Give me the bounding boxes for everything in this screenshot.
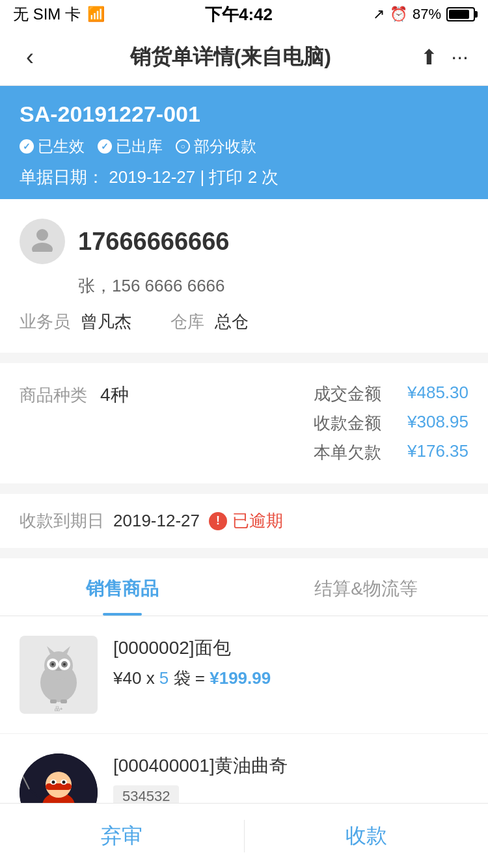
customer-name: 张，156 6666 6666 bbox=[20, 275, 468, 297]
status-right: ↗ ⏰ 87% bbox=[373, 6, 475, 23]
due-date-label: 收款到期日 bbox=[20, 509, 104, 532]
sales-value: 曾凡杰 bbox=[81, 310, 131, 333]
due-date-value: 2019-12-27 bbox=[113, 511, 200, 531]
status-left: 无 SIM 卡 📶 bbox=[13, 4, 105, 25]
deal-amount-line: 成交金额 ¥485.30 bbox=[314, 383, 468, 405]
sales-label: 业务员 bbox=[20, 310, 70, 333]
person-icon bbox=[29, 226, 55, 258]
customer-row: 17666666666 bbox=[20, 219, 468, 264]
qty-1: 5 bbox=[159, 668, 169, 688]
badge-partial: ○ 部分收款 bbox=[176, 136, 256, 157]
nav-actions: ⬆ ··· bbox=[420, 45, 468, 70]
due-amount-line: 本单欠款 ¥176.35 bbox=[314, 441, 468, 464]
svg-point-0 bbox=[36, 229, 48, 241]
product-types-label: 商品种类 bbox=[20, 384, 87, 407]
avatar bbox=[20, 219, 65, 264]
alarm-icon: ⏰ bbox=[390, 6, 407, 23]
product-info-1: [0000002]面包 ¥40 x 5 袋 = ¥199.99 bbox=[113, 636, 468, 690]
wifi-icon: 📶 bbox=[87, 6, 105, 23]
order-id: SA-20191227-001 bbox=[20, 102, 468, 127]
svg-point-1 bbox=[32, 243, 53, 252]
header-date: 单据日期： 2019-12-27 | 打印 2 次 bbox=[20, 166, 468, 189]
received-amount-line: 收款金额 ¥308.95 bbox=[314, 412, 468, 435]
bottom-bar: 弃审 收款 bbox=[0, 803, 488, 868]
table-row: 品+ [0000002]面包 ¥40 x 5 袋 = ¥199.99 bbox=[0, 616, 488, 734]
order-date: 2019-12-27 bbox=[109, 167, 195, 187]
badge-shipped-label: 已出库 bbox=[116, 136, 163, 157]
carrier-label: 无 SIM 卡 bbox=[13, 4, 81, 25]
warehouse-info: 仓库 总仓 bbox=[170, 310, 249, 333]
tab-settlement[interactable]: 结算&物流等 bbox=[244, 558, 488, 616]
more-icon[interactable]: ··· bbox=[451, 45, 468, 69]
product-price-1: ¥40 x 5 袋 = ¥199.99 bbox=[113, 667, 468, 690]
time-label: 下午4:42 bbox=[205, 3, 273, 26]
deal-amount-value: ¥485.30 bbox=[407, 383, 468, 405]
equals-1: = bbox=[195, 668, 210, 688]
sales-info: 业务员 曾凡杰 bbox=[20, 310, 131, 333]
product-types-count: 4种 bbox=[100, 383, 129, 407]
overdue-text: 已逾期 bbox=[232, 509, 283, 532]
price-multiply-1: x bbox=[146, 668, 159, 688]
tab-products[interactable]: 销售商品 bbox=[0, 558, 244, 616]
svg-rect-14 bbox=[50, 699, 57, 703]
total-1: ¥199.99 bbox=[210, 668, 271, 688]
clock-icon: ○ bbox=[176, 139, 190, 154]
date-label: 单据日期： bbox=[20, 167, 104, 187]
tabs-header: 销售商品 结算&物流等 bbox=[0, 558, 488, 616]
stats-right: 成交金额 ¥485.30 收款金额 ¥308.95 本单欠款 ¥176.35 bbox=[314, 383, 468, 464]
header-banner: SA-20191227-001 ✓ 已生效 ✓ 已出库 ○ 部分收款 单据日期：… bbox=[0, 86, 488, 199]
nav-bar: ‹ 销货单详情(来自电脑) ⬆ ··· bbox=[0, 29, 488, 86]
battery-icon bbox=[446, 7, 475, 21]
due-amount-label: 本单欠款 bbox=[314, 441, 381, 464]
svg-rect-15 bbox=[61, 699, 67, 703]
deal-amount-label: 成交金额 bbox=[314, 383, 381, 405]
check-icon-1: ✓ bbox=[20, 139, 34, 154]
svg-rect-20 bbox=[46, 783, 72, 790]
due-section: 收款到期日 2019-12-27 ! 已逾期 bbox=[0, 494, 488, 548]
customer-meta: 业务员 曾凡杰 仓库 总仓 bbox=[20, 310, 468, 333]
page-title: 销货单详情(来自电脑) bbox=[130, 43, 331, 72]
badge-effective-label: 已生效 bbox=[38, 136, 85, 157]
location-icon: ↗ bbox=[373, 6, 385, 23]
stats-left: 商品种类 4种 bbox=[20, 383, 129, 407]
qty-unit-1: 袋 bbox=[174, 668, 191, 688]
svg-point-9 bbox=[51, 663, 54, 666]
cancel-button[interactable]: 弃审 bbox=[0, 809, 244, 863]
badge-shipped: ✓ 已出库 bbox=[98, 136, 163, 157]
overdue-badge: ! 已逾期 bbox=[209, 509, 283, 532]
print-info: | 打印 2 次 bbox=[200, 167, 278, 187]
stats-row: 商品种类 4种 成交金额 ¥485.30 收款金额 ¥308.95 本单欠款 ¥… bbox=[20, 383, 468, 464]
product-name-2: [000400001]黄油曲奇 bbox=[113, 753, 468, 778]
svg-text:品+: 品+ bbox=[55, 706, 63, 712]
product-name-1: [0000002]面包 bbox=[113, 636, 468, 660]
received-amount-label: 收款金额 bbox=[314, 412, 381, 435]
confirm-button[interactable]: 收款 bbox=[245, 809, 489, 863]
back-button[interactable]: ‹ bbox=[20, 37, 40, 77]
overdue-icon: ! bbox=[209, 512, 227, 530]
customer-phone: 17666666666 bbox=[78, 228, 229, 256]
warehouse-label: 仓库 bbox=[170, 310, 204, 333]
received-amount-value: ¥308.95 bbox=[407, 412, 468, 435]
svg-point-23 bbox=[52, 781, 55, 784]
svg-point-24 bbox=[62, 781, 66, 784]
battery-percent: 87% bbox=[413, 6, 441, 23]
badge-effective: ✓ 已生效 bbox=[20, 136, 85, 157]
price-unit-1: ¥40 bbox=[113, 668, 141, 688]
stats-section: 商品种类 4种 成交金额 ¥485.30 收款金额 ¥308.95 本单欠款 ¥… bbox=[0, 363, 488, 483]
battery-fill bbox=[449, 10, 469, 19]
check-icon-2: ✓ bbox=[98, 139, 112, 154]
share-icon[interactable]: ⬆ bbox=[420, 45, 438, 70]
badge-partial-label: 部分收款 bbox=[194, 136, 256, 157]
warehouse-value: 总仓 bbox=[215, 310, 249, 333]
product-image-1: 品+ bbox=[20, 636, 98, 714]
status-bar: 无 SIM 卡 📶 下午4:42 ↗ ⏰ 87% bbox=[0, 0, 488, 29]
header-badges: ✓ 已生效 ✓ 已出库 ○ 部分收款 bbox=[20, 136, 468, 157]
svg-point-10 bbox=[63, 663, 66, 666]
due-amount-value: ¥176.35 bbox=[407, 441, 468, 464]
customer-section: 17666666666 张，156 6666 6666 业务员 曾凡杰 仓库 总… bbox=[0, 199, 488, 353]
